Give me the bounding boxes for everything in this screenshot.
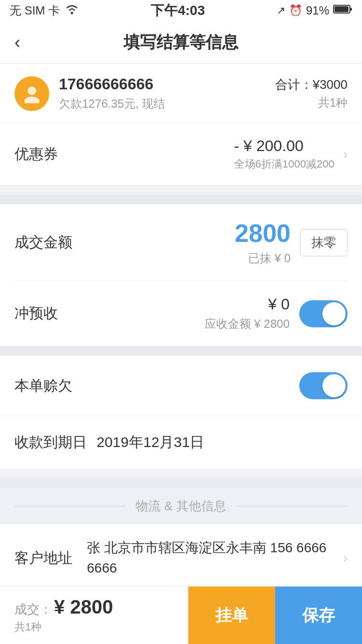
page-title: 填写结算等信息 [124, 31, 238, 54]
battery-icon [333, 4, 352, 17]
svg-rect-2 [350, 8, 352, 11]
location-icon: ↗ [277, 4, 285, 17]
coupon-desc: 全场6折满1000减200 [234, 157, 334, 171]
divider-3 [0, 478, 362, 488]
toggle-knob [322, 302, 346, 325]
logistics-divider: 物流 & 其他信息 [0, 488, 362, 524]
footer-deal-label: 成交： [14, 601, 52, 618]
footer-amount: ¥ 2800 [54, 596, 113, 618]
address-chevron-icon: › [343, 550, 348, 566]
alarm-icon: ⏰ [289, 4, 302, 17]
rounded-label: 已抹 ¥ 0 [235, 251, 291, 266]
back-button[interactable]: ‹ [14, 32, 20, 53]
coupon-right: - ¥ 200.00 全场6折满1000减200 › [234, 137, 348, 171]
nav-bar: ‹ 填写结算等信息 [0, 21, 362, 64]
coupon-info: - ¥ 200.00 全场6折满1000减200 [234, 137, 334, 171]
customer-section: 17666666666 欠款1276.35元, 现结 合计：¥3000 共1种 … [0, 64, 362, 185]
amount-section: 成交金额 2800 已抹 ¥ 0 抹零 冲预收 ¥ 0 应收金额 ¥ 2800 [0, 204, 362, 346]
status-left: 无 SIM 卡 [10, 3, 79, 18]
customer-right: 合计：¥3000 共1种 [275, 76, 348, 111]
address-row[interactable]: 客户地址 张 北京市市辖区海淀区永丰南 156 6666 6666 › [0, 524, 362, 592]
transaction-amount: 2800 [235, 219, 291, 248]
transaction-amount-info: 2800 已抹 ¥ 0 [235, 219, 291, 266]
customer-debt: 欠款1276.35元, 现结 [59, 96, 165, 112]
svg-point-4 [28, 86, 36, 95]
footer-count: 共1种 [14, 620, 174, 634]
duedate-row: 收款到期日 2019年12月31日 [0, 416, 362, 469]
coupon-label: 优惠券 [14, 144, 58, 164]
address-value: 张 北京市市辖区海淀区永丰南 156 6666 6666 [87, 538, 339, 578]
customer-row: 17666666666 欠款1276.35元, 现结 合计：¥3000 共1种 [0, 64, 362, 123]
prepay-row: 冲预收 ¥ 0 应收金额 ¥ 2800 [14, 281, 348, 346]
prepay-right-group: ¥ 0 应收金额 ¥ 2800 [205, 295, 348, 332]
footer-info: 成交： ¥ 2800 共1种 [0, 596, 188, 634]
total-label: 合计：¥3000 [275, 76, 348, 93]
duedate-value: 2019年12月31日 [97, 433, 204, 452]
transaction-label: 成交金额 [14, 233, 72, 252]
round-off-button[interactable]: 抹零 [300, 229, 348, 256]
address-section: 客户地址 张 北京市市辖区海淀区永丰南 156 6666 6666 › [0, 524, 362, 592]
customer-left: 17666666666 欠款1276.35元, 现结 [14, 75, 165, 112]
status-right: ↗ ⏰ 91% [277, 4, 352, 17]
status-bar: 无 SIM 卡 下午4:03 ↗ ⏰ 91% [0, 0, 362, 21]
prepay-label: 冲预收 [14, 304, 58, 323]
customer-info: 17666666666 欠款1276.35元, 现结 [59, 75, 165, 112]
divider-2 [0, 346, 362, 356]
divider-1 [0, 195, 362, 204]
address-label: 客户地址 [14, 548, 72, 568]
debt-row: 本单赊欠 [0, 356, 362, 416]
customer-phone: 17666666666 [59, 75, 165, 93]
svg-rect-3 [334, 6, 348, 12]
divider-line-right [236, 506, 348, 506]
prepay-amount: ¥ 0 [205, 295, 290, 313]
total-count: 共1种 [275, 95, 348, 111]
divider-line-left [14, 506, 126, 506]
prepay-info: ¥ 0 应收金额 ¥ 2800 [205, 295, 290, 332]
prepay-toggle[interactable] [299, 300, 348, 327]
wifi-icon [65, 4, 79, 17]
transaction-amount-row: 成交金额 2800 已抹 ¥ 0 抹零 [14, 204, 348, 281]
coupon-row[interactable]: 优惠券 - ¥ 200.00 全场6折满1000减200 › [0, 123, 362, 185]
svg-point-5 [24, 97, 40, 103]
debt-toggle[interactable] [299, 372, 348, 399]
svg-point-0 [71, 12, 73, 14]
debt-toggle-knob [322, 374, 346, 397]
debt-label: 本单赊欠 [14, 376, 72, 396]
footer: 成交： ¥ 2800 共1种 挂单 保存 [0, 586, 362, 644]
chevron-right-icon: › [343, 147, 348, 162]
status-time: 下午4:03 [151, 1, 205, 20]
debt-section: 本单赊欠 收款到期日 2019年12月31日 [0, 356, 362, 469]
sim-label: 无 SIM 卡 [10, 3, 60, 18]
save-button[interactable]: 保存 [275, 587, 362, 644]
coupon-amount: - ¥ 200.00 [234, 137, 334, 155]
duedate-label: 收款到期日 [14, 433, 87, 452]
hang-button[interactable]: 挂单 [188, 587, 275, 644]
battery-label: 91% [306, 4, 329, 17]
transaction-value-group: 2800 已抹 ¥ 0 抹零 [235, 219, 348, 266]
prepay-sub: 应收金额 ¥ 2800 [205, 316, 290, 332]
logistics-text: 物流 & 其他信息 [136, 498, 226, 515]
avatar [14, 76, 49, 111]
